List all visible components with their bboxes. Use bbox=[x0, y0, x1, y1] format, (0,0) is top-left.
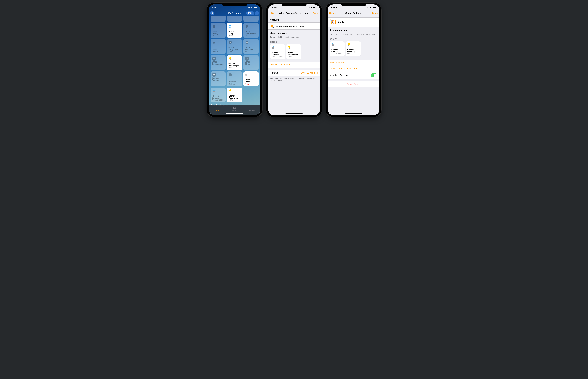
motion-icon bbox=[245, 73, 249, 77]
cellular-icon bbox=[367, 7, 369, 8]
accessory-tile[interactable]: OfficeAir QualityExcellent bbox=[227, 39, 242, 54]
bulb-icon bbox=[212, 24, 216, 28]
svg-rect-6 bbox=[256, 7, 257, 8]
back-button[interactable]: ‹ Back bbox=[270, 12, 276, 15]
turn-off-footnote: Accessories turned on by this automation… bbox=[268, 76, 320, 84]
accessory-tile[interactable]: OfficeCeilingOff bbox=[211, 23, 226, 38]
test-scene[interactable]: Test This Scene bbox=[328, 60, 379, 66]
cellular-icon bbox=[307, 7, 310, 8]
when-row[interactable]: When Anyone Arrives Home bbox=[268, 22, 320, 30]
svg-rect-27 bbox=[213, 92, 215, 92]
accessory-tile[interactable]: OfficeStereo bbox=[211, 39, 226, 54]
svg-rect-8 bbox=[230, 26, 230, 28]
chevron-left-icon: ‹ bbox=[270, 12, 271, 15]
phone-2: 5:48 ‹ Back When Anyone Arrives Home Don… bbox=[266, 3, 322, 117]
bulb-on-icon bbox=[347, 43, 359, 47]
temperature-icon: 73° bbox=[212, 73, 216, 77]
navbar: Zac's Home Edit + bbox=[209, 10, 261, 16]
accessory-tile[interactable]: OfficeHumidity46% bbox=[244, 39, 259, 54]
location-icon bbox=[336, 7, 337, 8]
tile-hue-motion-1[interactable]: Hue motion… bbox=[211, 16, 226, 22]
delete-scene[interactable]: Delete Scene bbox=[328, 81, 379, 87]
edit-button[interactable]: Edit bbox=[246, 11, 254, 15]
accessory-tile[interactable]: 73°OfficeOffice bbox=[244, 55, 259, 70]
status-time: 5:36 bbox=[212, 6, 220, 9]
turn-off-cell[interactable]: Turn Off After 60 minutes bbox=[268, 70, 320, 76]
content-scroll[interactable]: 🎉 Candle Accessories Press and hold to a… bbox=[328, 16, 379, 115]
svg-rect-14 bbox=[230, 43, 231, 43]
accessory-tile[interactable]: OutsidePorch Light100% bbox=[227, 55, 242, 70]
accessory-tile[interactable]: 73°BedroomBedroom bbox=[211, 71, 226, 86]
accessory-tile[interactable]: KitchenDiffuserRising to 100% bbox=[270, 44, 285, 59]
accessory-tile[interactable]: OfficeLight PanelsOff bbox=[244, 23, 259, 38]
accessory-tile[interactable]: OfficeOfficeTriggered bbox=[244, 71, 259, 86]
tile-grid: OfficeCeilingOffOfficeLamp100%OfficeLigh… bbox=[211, 23, 259, 102]
battery-icon bbox=[313, 7, 316, 8]
battery-icon bbox=[253, 7, 257, 8]
include-in-favorites[interactable]: Include in Favorites bbox=[328, 72, 379, 79]
accessory-tile[interactable]: KitchenMood Light100% bbox=[286, 44, 301, 59]
lamp-icon bbox=[228, 24, 232, 28]
accessory-tile[interactable]: KitchenMood Light100% bbox=[346, 41, 361, 56]
house-icon bbox=[211, 12, 213, 14]
scene-name-cell[interactable]: 🎉 Candle bbox=[328, 17, 379, 27]
tab-rooms[interactable]: ▦ Rooms bbox=[226, 105, 243, 112]
tile-hue-motion-2[interactable]: Hue motion… bbox=[227, 16, 242, 22]
accessory-tile[interactable]: KitchenMood Light100% bbox=[227, 88, 242, 102]
accessories-header: Accessories bbox=[328, 27, 379, 33]
tile-hue-motion-3[interactable]: Hue motion… 4 lux bbox=[244, 16, 259, 22]
add-remove-accessories[interactable]: Add or Remove Accessories bbox=[328, 66, 379, 72]
house-icon: ⌂ bbox=[216, 106, 218, 110]
accessory-tile[interactable]: BedroomBedroom bbox=[227, 71, 242, 86]
add-button[interactable]: + bbox=[255, 11, 259, 15]
svg-rect-23 bbox=[230, 75, 231, 75]
wifi-icon bbox=[310, 7, 312, 8]
svg-rect-34 bbox=[313, 7, 315, 8]
tab-automation[interactable]: ◷ Automation bbox=[243, 105, 261, 112]
accessory-tile[interactable]: OfficeLamp100% bbox=[227, 23, 242, 38]
svg-rect-24 bbox=[245, 74, 248, 76]
svg-rect-40 bbox=[289, 48, 290, 49]
svg-rect-22 bbox=[230, 75, 231, 75]
accessories-header: Accessories: bbox=[268, 30, 320, 36]
svg-rect-42 bbox=[367, 7, 368, 8]
status-indicators bbox=[248, 7, 257, 8]
group-kitchen: KITCHEN bbox=[268, 39, 320, 44]
group-kitchen: KITCHEN bbox=[328, 36, 379, 41]
bulb-on-icon bbox=[228, 57, 232, 61]
svg-rect-49 bbox=[332, 45, 333, 45]
cancel-button[interactable]: Cancel bbox=[329, 12, 336, 15]
home-button[interactable] bbox=[210, 11, 214, 15]
status-indicators bbox=[307, 7, 316, 8]
accessory-tile[interactable]: KitchenDiffuserRising to 100% bbox=[330, 41, 344, 56]
apple-icon bbox=[212, 40, 216, 44]
svg-rect-37 bbox=[272, 47, 274, 49]
tab-home[interactable]: ⌂ Home bbox=[209, 105, 226, 112]
svg-rect-19 bbox=[230, 60, 231, 60]
svg-rect-31 bbox=[309, 7, 309, 8]
location-icon bbox=[276, 7, 278, 8]
status-time-wrap: 5:55 bbox=[331, 6, 339, 9]
svg-rect-25 bbox=[213, 91, 215, 92]
svg-point-9 bbox=[229, 28, 231, 28]
svg-rect-35 bbox=[316, 7, 316, 8]
navbar: Cancel Scene Settings Done bbox=[328, 10, 379, 16]
aq-icon bbox=[228, 73, 232, 77]
favorites-toggle[interactable] bbox=[371, 73, 377, 77]
content-scroll[interactable]: When: When Anyone Arrives Home Accessori… bbox=[268, 16, 320, 115]
done-button[interactable]: Done bbox=[313, 12, 318, 15]
diffuser-icon bbox=[331, 43, 343, 47]
status-time-wrap: 5:48 bbox=[272, 6, 280, 9]
svg-rect-1 bbox=[248, 7, 249, 8]
svg-rect-21 bbox=[230, 74, 231, 74]
test-automation[interactable]: Test This Automation bbox=[268, 62, 320, 68]
temperature-icon: 75° bbox=[212, 57, 216, 61]
svg-rect-12 bbox=[230, 42, 231, 42]
accessory-tile[interactable]: 75°OfficeTemperature bbox=[211, 55, 226, 70]
svg-rect-41 bbox=[367, 8, 367, 8]
accessory-tile[interactable]: KitchenDiffuserRising to 100% bbox=[211, 88, 226, 102]
svg-rect-48 bbox=[332, 44, 334, 46]
phone-3: 5:55 Cancel Scene Settings Done 🎉 Candle… bbox=[326, 3, 381, 117]
done-button[interactable]: Done bbox=[372, 12, 378, 15]
wifi-icon bbox=[370, 7, 372, 8]
